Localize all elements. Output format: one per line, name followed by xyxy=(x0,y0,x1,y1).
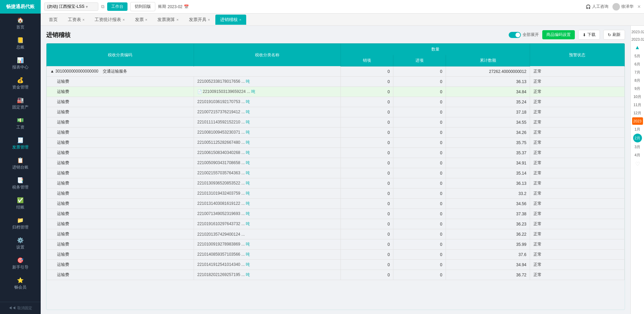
close-window-button[interactable]: × xyxy=(638,4,641,10)
tab-salary-report[interactable]: 工资统计报表 × xyxy=(90,15,129,25)
sidebar-item-assets[interactable]: 🏭 固定资产 xyxy=(0,94,41,114)
tab-invoice-calc[interactable]: 发票测算 × xyxy=(153,15,183,25)
table-row: 运输费 2210051125282667480 ... 吨 0 0 35.75 … xyxy=(47,138,625,148)
month-jun[interactable]: 6月 xyxy=(632,60,643,68)
sidebar-item-sales[interactable]: 📋 进销台账 xyxy=(0,154,41,174)
unpin-button[interactable]: ◀◀ 取消固定 xyxy=(0,302,41,314)
cell-sale: 0 xyxy=(341,158,393,168)
data-table-container: 税收分类编码 税收分类名称 数量 预警状态 xyxy=(46,43,625,310)
content-area: 进销稽核 全部展开 商品编码设置 ⬇ 下载 xyxy=(41,26,644,314)
cell-status: 正常 xyxy=(530,189,625,199)
tab-close-icon[interactable]: × xyxy=(208,18,210,22)
cell-purchase: 0 xyxy=(393,199,446,209)
salary-icon: 💵 xyxy=(17,117,24,123)
topbar-right: 🎧 人工咨询 徐泽华 × xyxy=(586,3,641,11)
cell-name: 运输费 xyxy=(47,229,194,239)
archive-icon: 📁 xyxy=(17,217,24,223)
sidebar-item-guide[interactable]: 🎯 新手引导 xyxy=(0,254,41,274)
cell-status: 正常 xyxy=(530,87,625,97)
cell-total: 35.24 xyxy=(446,97,530,107)
company-selector[interactable]: (勿动) 江西报宝-LSS ▾ xyxy=(44,2,98,11)
page-header: 进销稽核 全部展开 商品编码设置 ⬇ 下载 xyxy=(46,30,625,40)
cell-sale: 0 xyxy=(341,209,393,219)
nav-up-arrow[interactable]: ▲ xyxy=(633,43,642,52)
col-header-name: 税收分类名称 xyxy=(194,44,341,66)
sidebar-item-salary[interactable]: 💵 工资 xyxy=(0,114,41,134)
sidebar-item-invoice[interactable]: 🧾 发票管理 xyxy=(0,134,41,154)
download-button[interactable]: ⬇ 下载 xyxy=(578,30,600,40)
cell-purchase: 0 xyxy=(393,87,446,97)
sidebar-label: 总账 xyxy=(16,44,24,50)
month-sep[interactable]: 9月 xyxy=(632,85,643,92)
sidebar-item-archive[interactable]: 📁 归档管理 xyxy=(0,214,41,234)
month-dec[interactable]: 12月 xyxy=(632,109,643,117)
month-aug[interactable]: 8月 xyxy=(632,77,643,84)
favorite-icon[interactable]: ♡ xyxy=(635,161,640,167)
cell-name: 运输费 xyxy=(47,168,194,178)
cell-sale: 0 xyxy=(341,97,393,107)
expand-toggle[interactable]: 全部展开 xyxy=(509,32,539,38)
month-apr[interactable]: 4月 xyxy=(632,151,643,159)
sidebar-item-report[interactable]: 📊 报表中心 xyxy=(0,54,41,74)
cell-invoice: 2210201357429400124 ... xyxy=(194,229,341,239)
cell-purchase: 0 xyxy=(393,250,446,260)
tab-salary-table[interactable]: 工资表 × xyxy=(63,15,89,25)
sidebar-item-closing[interactable]: ✅ 结账 xyxy=(0,194,41,214)
cell-invoice: 2210191036192170753 ... 吨 xyxy=(194,97,341,107)
month-oct[interactable]: 10月 xyxy=(632,93,643,100)
table-row: 运输费 2210072157376219412 ... 吨 0 0 37.18 … xyxy=(47,107,625,117)
user-menu[interactable]: 徐泽华 xyxy=(612,3,633,11)
refresh-button[interactable]: ↻ 刷新 xyxy=(603,30,625,40)
month-may[interactable]: 5月 xyxy=(632,52,643,60)
cell-invoice: 2210140859357103566 ... 吨 xyxy=(194,250,341,260)
sidebar-item-home[interactable]: 🏠 首页 xyxy=(0,14,41,34)
tabbar: 首页 工资表 × 工资统计报表 × 发票 × 发票测算 × 发票开具 × 进销稽… xyxy=(41,14,644,26)
tab-close-icon[interactable]: × xyxy=(122,18,124,22)
tab-close-icon[interactable]: × xyxy=(176,18,178,22)
cell-total: 36.72 xyxy=(446,270,530,280)
cell-purchase: 0 xyxy=(393,148,446,158)
switch-version-button[interactable]: 切到旧版 xyxy=(130,2,155,11)
cell-status: 正常 xyxy=(530,158,625,168)
cell-purchase: 0 xyxy=(393,229,446,239)
file-icon: 📄 xyxy=(197,90,202,94)
cell-status: 正常 xyxy=(530,219,625,229)
sidebar-item-settings[interactable]: ⚙️ 设置 xyxy=(0,234,41,254)
cell-invoice: 2210130936520853522 ... 吨 xyxy=(194,178,341,189)
sidebar-item-ledger[interactable]: 📒 总账 xyxy=(0,34,41,54)
tab-invoice[interactable]: 发票 × xyxy=(130,15,152,25)
month-mar[interactable]: 3月 xyxy=(632,143,643,151)
cell-sale: 0 xyxy=(341,127,393,138)
month-jul[interactable]: 7月 xyxy=(632,68,643,76)
calendar-icon[interactable]: 📅 xyxy=(184,4,189,9)
workbench-button[interactable]: 工作台 xyxy=(107,2,128,11)
copy-icon[interactable]: ⧉ xyxy=(101,4,104,9)
cell-invoice: 2210050903431708658 ... 吨 xyxy=(194,158,341,168)
sidebar: 畅捷通易代账 🏠 首页 📒 总账 📊 报表中心 💰 资金管理 🏭 固定资产 💵 … xyxy=(0,0,41,314)
toggle-track[interactable] xyxy=(509,32,521,38)
tab-close-icon[interactable]: × xyxy=(145,18,147,22)
tab-sales-check[interactable]: 进销稽核 × xyxy=(215,15,246,25)
cell-sale: 0 xyxy=(341,239,393,250)
year-2023-02b: 2023.02 xyxy=(631,36,644,43)
avatar-icon xyxy=(612,3,620,11)
month-feb-active[interactable]: 2月 xyxy=(633,134,642,142)
month-jan[interactable]: 1月 xyxy=(632,125,643,133)
support-link[interactable]: 🎧 人工咨询 xyxy=(586,4,608,9)
sidebar-item-tax[interactable]: 📑 税务管理 xyxy=(0,174,41,194)
sidebar-item-member[interactable]: ⭐ 畅会员 xyxy=(0,274,41,294)
cell-total: 36.23 xyxy=(446,219,530,229)
product-code-settings-button[interactable]: 商品编码设置 xyxy=(542,30,575,39)
tab-home[interactable]: 首页 xyxy=(44,15,62,25)
cell-status: 正常 xyxy=(530,117,625,127)
cell-purchase: 0 xyxy=(393,209,446,219)
cell-sale: 0 xyxy=(341,260,393,270)
month-nov[interactable]: 11月 xyxy=(632,101,643,109)
cell-name: 运输费 xyxy=(47,270,194,280)
sidebar-item-fund[interactable]: 💰 资金管理 xyxy=(0,74,41,94)
cell-total: 33.2 xyxy=(446,189,530,199)
tab-invoice-issue[interactable]: 发票开具 × xyxy=(184,15,215,25)
tab-close-icon[interactable]: × xyxy=(239,18,241,22)
tab-close-icon[interactable]: × xyxy=(82,18,84,22)
cell-sale: 0 xyxy=(341,87,393,97)
